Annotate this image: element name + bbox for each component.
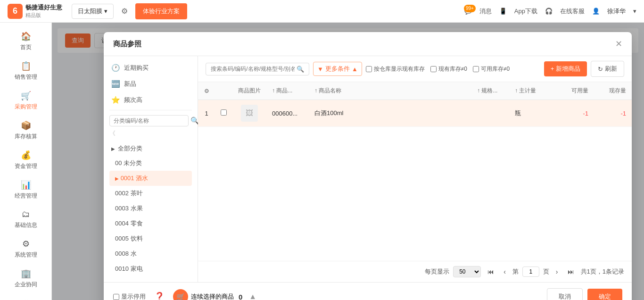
quick-new[interactable]: 🆕 新品 [104, 76, 198, 92]
table-row[interactable]: 1 🖼 [198, 100, 632, 127]
product-image-placeholder: 🖼 [241, 105, 258, 122]
col-unit-header[interactable]: ↑ 主计量 [509, 82, 547, 100]
product-search-input[interactable] [211, 66, 295, 72]
category-0001[interactable]: ▶ 0001 酒水 [109, 171, 192, 186]
sidebar-item-guide[interactable]: 📖 新手引导 [0, 293, 51, 300]
settings-col-icon: ⚙ [204, 88, 209, 94]
logo-area: 6 畅捷通好生意 精品版 [8, 3, 62, 19]
cart-label: 连续选择的商品 [191, 292, 234, 300]
positive-stock-check-input[interactable] [430, 66, 437, 72]
product-search-icon[interactable]: 🔍 [297, 66, 304, 73]
brand-text: 畅捷通好生意 精品版 [25, 3, 62, 19]
row-image-cell: 🖼 [232, 100, 266, 127]
collapse-icon[interactable]: 《 [109, 129, 116, 138]
sidebar-item-sales[interactable]: 📋 销售管理 [0, 56, 51, 86]
row-unit-cell: 瓶 [509, 100, 547, 127]
total-info: 共1页，1条记录 [581, 267, 624, 276]
help-button[interactable]: ❓ [154, 292, 165, 300]
warehouse-stock-checkbox[interactable]: 按仓库显示现有库存 [366, 65, 425, 73]
category-00[interactable]: 00 未分类 [109, 156, 192, 171]
operation-icon: 📊 [21, 180, 31, 190]
sidebar-item-basics[interactable]: 🗂 基础信息 [0, 205, 51, 234]
refresh-button[interactable]: ↻ 刷新 [591, 61, 624, 77]
category-0004[interactable]: 0004 零食 [109, 216, 192, 231]
category-0005[interactable]: 0005 饮料 [109, 231, 192, 246]
col-stock-header: 现存量 [594, 82, 632, 100]
category-0008[interactable]: 0008 水 [109, 246, 192, 261]
quick-recent[interactable]: 🕐 近期购买 [104, 60, 198, 76]
quick-frequent[interactable]: ⭐ 频次高 [104, 92, 198, 108]
last-page-button[interactable]: ⏭ [565, 267, 577, 276]
home-icon: 🏠 [21, 31, 31, 42]
gear-icon[interactable]: ⚙ [121, 7, 128, 16]
sidebar-item-enterprise[interactable]: 🏢 企业协同 [0, 264, 51, 293]
dialog-close-button[interactable]: ✕ [615, 39, 622, 49]
category-panel: 🕐 近期购买 🆕 新品 ⭐ 频次高 🔍 [104, 56, 198, 282]
category-0010[interactable]: 0010 家电 [109, 261, 192, 276]
next-page-button[interactable]: › [553, 267, 561, 276]
confirm-button[interactable]: 确定 [587, 289, 622, 300]
sidebar-item-home[interactable]: 🏠 首页 [0, 26, 51, 56]
cart-collapse-icon[interactable]: ▲ [249, 292, 256, 300]
filter-icon: ▼ [317, 66, 323, 73]
inventory-icon: 📦 [21, 120, 31, 131]
cart-area: 🛒 连续选择的商品 0 ▲ [173, 289, 256, 300]
prev-page-button[interactable]: ‹ [501, 267, 509, 276]
cancel-button[interactable]: 取消 [547, 288, 583, 300]
col-name-header[interactable]: ↑ 商品名称 [309, 82, 471, 100]
cart-icon[interactable]: 🛒 [173, 289, 188, 300]
available-stock-checkbox[interactable]: 可用库存≠0 [473, 65, 510, 73]
page-number-input[interactable] [522, 267, 539, 277]
more-filter-button[interactable]: ▼ 更多条件 ▲ [313, 62, 362, 76]
headset-icon: 🎧 [545, 8, 553, 15]
warehouse-stock-check-input[interactable] [366, 66, 372, 72]
sidebar-item-inventory[interactable]: 📦 库存核算 [0, 116, 51, 145]
cta-button[interactable]: 体验行业方案 [135, 3, 187, 19]
show-disabled-label[interactable]: 显示停用 [113, 292, 146, 300]
logo-icon: 6 [8, 4, 23, 19]
product-toolbar: 🔍 ▼ 更多条件 ▲ 按仓库显示现有库存 [198, 56, 632, 82]
sidebar-item-finance[interactable]: 💰 资金管理 [0, 145, 51, 175]
pagination: 每页显示 50 10 20 100 ⏮ ‹ 第 页 › ⏭ [198, 261, 632, 282]
show-disabled-checkbox[interactable] [113, 294, 119, 300]
category-0002[interactable]: 0002 茶叶 [109, 186, 192, 201]
col-image-header: 商品图片 [232, 82, 266, 100]
category-all[interactable]: ▶ 全部分类 [109, 142, 192, 156]
messages-icon[interactable]: 💬 99+ [464, 8, 472, 15]
product-table: ⚙ 商品图片 ↑ 商品... [198, 82, 632, 127]
row-checkbox[interactable] [221, 109, 227, 116]
first-page-button[interactable]: ⏮ [485, 267, 497, 276]
col-check [215, 82, 232, 100]
row-stock-cell: -1 [594, 100, 632, 127]
cart-count: 0 [239, 293, 242, 300]
triangle-right-icon: ▶ [111, 146, 115, 151]
add-product-button[interactable]: + 新增商品 [544, 61, 587, 76]
available-stock-check-input[interactable] [473, 66, 479, 72]
col-code-header[interactable]: ↑ 商品... [266, 82, 309, 100]
sidebar-item-purchase[interactable]: 🛒 采购管理 [0, 86, 51, 116]
purchase-icon: 🛒 [21, 91, 31, 101]
image-placeholder-icon: 🖼 [246, 109, 253, 117]
star-icon: ⭐ [111, 96, 120, 104]
category-search-input[interactable] [109, 115, 189, 126]
col-settings[interactable]: ⚙ [198, 82, 215, 100]
row-name-cell: 白酒100ml [309, 100, 471, 127]
row-checkbox-cell[interactable] [215, 100, 232, 127]
category-0003[interactable]: 0003 水果 [109, 201, 192, 216]
nav-selector[interactable]: 日太阳膜 ▾ [72, 4, 114, 19]
dialog-header: 商品参照 ✕ [104, 32, 632, 56]
enterprise-icon: 🏢 [21, 268, 31, 279]
refresh-icon: ↻ [598, 66, 603, 73]
page-size-select[interactable]: 50 10 20 100 [453, 266, 481, 277]
col-spec-header[interactable]: ↑ 规格... [471, 82, 509, 100]
category-search-row: 🔍 [104, 112, 198, 129]
phone-icon: 📱 [499, 8, 507, 15]
dialog-title: 商品参照 [113, 40, 141, 49]
sidebar-item-system[interactable]: ⚙ 系统管理 [0, 234, 51, 264]
dialog-footer: 显示停用 ❓ 🛒 连续选择的商品 0 ▲ 取消 确定 [104, 282, 632, 300]
product-search-bar: 🔍 [206, 63, 309, 75]
sidebar-item-operation[interactable]: 📊 经营管理 [0, 175, 51, 205]
col-available-header: 可用量 [547, 82, 594, 100]
positive-stock-checkbox[interactable]: 现有库存≠0 [430, 65, 467, 73]
filter-up-icon: ▲ [352, 66, 358, 73]
